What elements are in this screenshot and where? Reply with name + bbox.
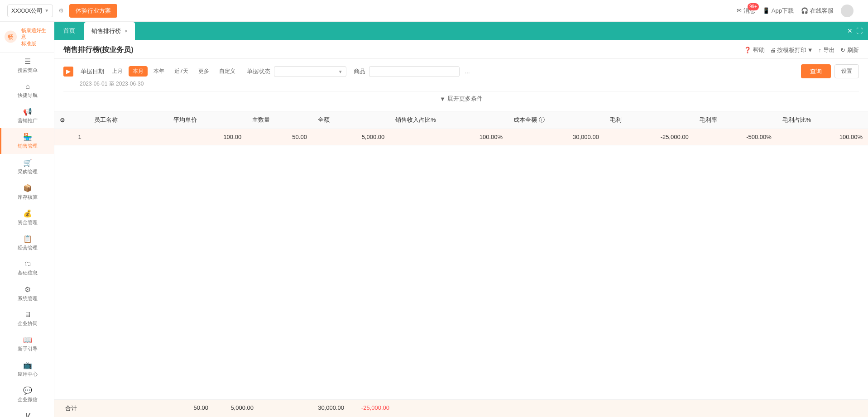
expand-icon: ▼ xyxy=(440,96,446,102)
trial-button[interactable]: 体验行业方案 xyxy=(69,4,117,18)
col-cost: 成本全额 ⓘ xyxy=(508,111,604,129)
export-button[interactable]: ↑ 导出 xyxy=(819,46,835,54)
goods-label: 商品 xyxy=(354,67,365,76)
expand-conditions-button[interactable]: ▼ 展开更多条件 xyxy=(63,91,859,105)
col-profit-rate: 毛利率 xyxy=(694,111,777,129)
date-tab-this-month[interactable]: 本月 xyxy=(129,66,148,77)
app-logo-icon: 畅 xyxy=(4,29,18,44)
tab-sales-ranking[interactable]: 销售排行榜 × xyxy=(84,22,135,40)
col-qty: 主数量 xyxy=(247,111,312,129)
footer-spacer1 xyxy=(150,404,177,412)
help-icon: ❓ xyxy=(744,47,751,53)
filter-collapse-button[interactable]: ▶ xyxy=(63,67,73,77)
status-select[interactable] xyxy=(274,66,346,77)
date-tab-last-month[interactable]: 上月 xyxy=(108,66,127,77)
company-settings-icon[interactable]: ⚙ xyxy=(57,5,66,16)
sidebar-item-guide[interactable]: 📖 新手引导 xyxy=(0,331,54,356)
close-all-tabs-icon[interactable]: ✕ xyxy=(847,27,853,34)
col-avg-price: 平均单价 xyxy=(168,111,247,129)
collab-icon: 🖥 xyxy=(24,311,31,319)
sidebar-item-search[interactable]: ☰ 搜索菜单 xyxy=(0,53,54,78)
sidebar-logo: 畅 畅康通好生意 标准版 xyxy=(0,22,54,53)
query-button[interactable]: 查询 xyxy=(801,64,831,78)
tab-home[interactable]: 首页 xyxy=(54,22,84,40)
sidebar-item-wechat[interactable]: 💬 企业微信 xyxy=(0,382,54,407)
main-layout: 畅 畅康通好生意 标准版 ☰ 搜索菜单 ⌂ 快捷导航 📢 营销推广 🏪 销售管理… xyxy=(0,22,868,417)
col-profit-ratio: 毛利占比% xyxy=(777,111,868,129)
more-filters-icon[interactable]: ... xyxy=(463,68,472,75)
row-employee xyxy=(89,129,168,145)
export-icon: ↑ xyxy=(819,47,822,53)
sidebar-item-purchase[interactable]: 🛒 采购管理 xyxy=(0,154,54,179)
status-label: 单据状态 xyxy=(247,67,270,76)
col-settings[interactable]: ⚙ xyxy=(54,111,71,129)
goods-input[interactable] xyxy=(369,66,460,77)
date-tabs: 上月 本月 本年 近7天 更多 自定义 xyxy=(108,66,240,77)
col-amount: 全额 xyxy=(312,111,390,129)
expand-screen-icon[interactable]: ⛶ xyxy=(856,27,863,34)
footer-cost: 30,000.00 xyxy=(304,404,350,412)
sidebar-item-member[interactable]: V 畅会员 xyxy=(0,407,54,417)
date-range-display: 2023-06-01 至 2023-06-30 xyxy=(63,80,859,88)
table-footer: 合计 50.00 5,000.00 30,000.00 -25,000.00 xyxy=(54,399,868,417)
wechat-icon: 💬 xyxy=(23,386,32,395)
date-tab-custom[interactable]: 自定义 xyxy=(215,66,240,77)
company-selector[interactable]: XXXXX公司 ▼ xyxy=(7,5,53,17)
row-rank: 1 xyxy=(71,129,89,145)
apps-icon: 📺 xyxy=(23,361,32,369)
footer-label: 合计 xyxy=(60,404,150,412)
system-icon: ⚙ xyxy=(24,285,31,294)
data-table: ⚙ 员工名称 平均单价 主数量 全额 销售收入占比% 成本全额 ⓘ 毛利 毛利率 xyxy=(54,111,868,145)
page-content: 销售排行榜(按业务员) ❓ 帮助 🖨 按模板打印 ▼ ↑ 导出 xyxy=(54,40,868,417)
print-dropdown-icon: ▼ xyxy=(807,47,813,53)
print-button[interactable]: 🖨 按模板打印 ▼ xyxy=(770,46,813,54)
help-button[interactable]: ❓ 帮助 xyxy=(744,46,765,54)
avatar[interactable] xyxy=(841,5,854,17)
online-service-button[interactable]: 🎧 在线客服 xyxy=(801,7,834,15)
footer-amount: 5,000.00 xyxy=(214,404,259,412)
tab-label: 销售排行榜 xyxy=(91,27,121,35)
sidebar-item-collab[interactable]: 🖥 企业协同 xyxy=(0,306,54,331)
tab-bar: 首页 销售排行榜 × ✕ ⛶ xyxy=(54,22,868,40)
row-profit-ratio: 100.00% xyxy=(777,129,868,145)
status-select-wrapper xyxy=(274,66,346,77)
sidebar-item-business[interactable]: 📋 经营管理 xyxy=(0,230,54,255)
sidebar-item-sales[interactable]: 🏪 销售管理 xyxy=(0,128,54,153)
app-download-button[interactable]: 📱 App下载 xyxy=(762,7,794,15)
page-header: 销售排行榜(按业务员) ❓ 帮助 🖨 按模板打印 ▼ ↑ 导出 xyxy=(54,40,868,59)
date-filter: 单据日期 上月 本月 本年 近7天 更多 自定义 xyxy=(81,66,240,77)
finance-icon: 💰 xyxy=(23,209,32,218)
tab-bar-right: ✕ ⛶ xyxy=(842,27,868,34)
settings-small-button[interactable]: 设置 xyxy=(834,64,859,78)
sidebar-item-apps[interactable]: 📺 应用中心 xyxy=(0,356,54,382)
footer-row: 合计 50.00 5,000.00 30,000.00 -25,000.00 xyxy=(60,404,863,412)
col-rank xyxy=(71,111,89,129)
row-settings xyxy=(54,129,71,145)
footer-profit: -25,000.00 xyxy=(350,404,395,412)
table-row: 1 100.00 50.00 5,000.00 100.00% 30,000.0… xyxy=(54,129,868,145)
date-tab-7days[interactable]: 近7天 xyxy=(170,66,192,77)
refresh-icon: ↻ xyxy=(840,47,845,53)
sidebar-item-finance[interactable]: 💰 资金管理 xyxy=(0,205,54,230)
sales-icon: 🏪 xyxy=(23,133,32,141)
sidebar-item-system[interactable]: ⚙ 系统管理 xyxy=(0,281,54,306)
sidebar-item-inventory[interactable]: 📦 库存核算 xyxy=(0,179,54,205)
message-badge: 99+ xyxy=(748,3,759,10)
tab-close-icon[interactable]: × xyxy=(125,28,128,34)
refresh-button[interactable]: ↻ 刷新 xyxy=(840,46,859,54)
headset-icon: 🎧 xyxy=(801,7,808,14)
printer-icon: 🖨 xyxy=(770,47,776,53)
sidebar-item-basic[interactable]: 🗂 基础信息 xyxy=(0,255,54,280)
message-button[interactable]: ✉ 消息 99+ xyxy=(737,7,755,15)
date-tab-more[interactable]: 更多 xyxy=(194,66,213,77)
message-icon: ✉ xyxy=(737,7,742,14)
sidebar-item-marketing[interactable]: 📢 营销推广 xyxy=(0,103,54,128)
date-tab-this-year[interactable]: 本年 xyxy=(149,66,168,77)
phone-icon: 📱 xyxy=(762,7,770,14)
col-sales-ratio: 销售收入占比% xyxy=(390,111,508,129)
filter-bar: ▶ 单据日期 上月 本月 本年 近7天 更多 自定义 xyxy=(54,59,868,111)
table-header-row: ⚙ 员工名称 平均单价 主数量 全额 销售收入占比% 成本全额 ⓘ 毛利 毛利率 xyxy=(54,111,868,129)
footer-qty: 50.00 xyxy=(177,404,214,412)
sidebar-item-nav[interactable]: ⌂ 快捷导航 xyxy=(0,78,54,103)
col-employee: 员工名称 xyxy=(89,111,168,129)
